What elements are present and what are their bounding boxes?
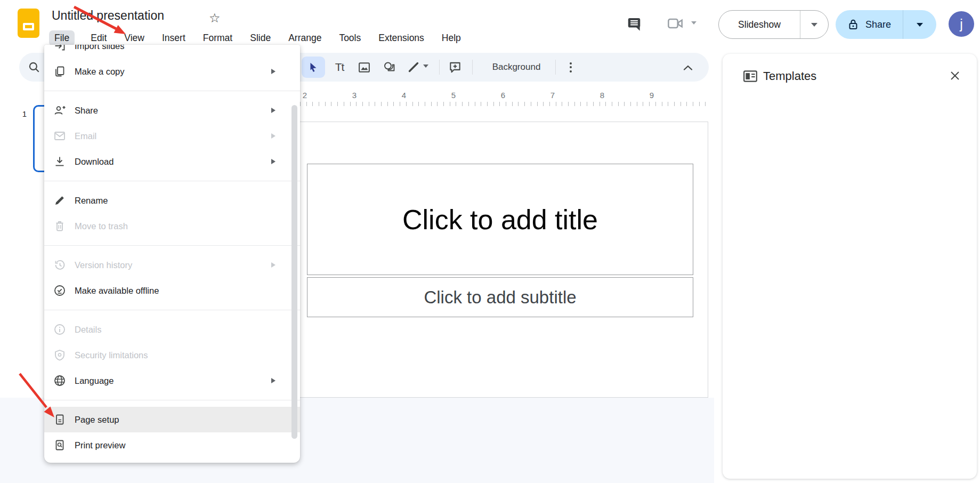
menu-file[interactable]: File: [49, 30, 75, 46]
person-add-icon: [53, 104, 66, 117]
print-preview-icon: [53, 439, 66, 452]
menu-help[interactable]: Help: [440, 30, 463, 46]
insert-line-button[interactable]: [406, 60, 421, 75]
menu-item-version-history[interactable]: Version history: [44, 252, 300, 278]
image-icon: [358, 61, 371, 74]
line-caret-icon[interactable]: [423, 65, 428, 68]
textbox-tool-button[interactable]: Tt: [330, 60, 349, 75]
close-icon[interactable]: [948, 69, 962, 83]
chevron-up-icon: [682, 63, 694, 72]
menu-edit[interactable]: Edit: [89, 30, 108, 46]
submenu-arrow-icon: [271, 69, 276, 74]
select-tool-button[interactable]: [302, 57, 325, 78]
meet-caret-icon[interactable]: [691, 21, 696, 25]
toolbar-separator: [472, 60, 473, 75]
menu-item-page-setup[interactable]: Page setup: [44, 407, 300, 432]
menu-slide[interactable]: Slide: [248, 30, 272, 46]
subtitle-placeholder[interactable]: Click to add subtitle: [307, 277, 693, 317]
menu-item-security-limitations[interactable]: Security limitations: [44, 342, 300, 368]
menu-scrollbar[interactable]: [291, 105, 297, 439]
menu-item-import-slides[interactable]: Import slides: [44, 45, 300, 59]
pencil-icon: [53, 194, 66, 207]
menu-separator: [44, 400, 300, 400]
submenu-arrow-icon: [271, 378, 276, 383]
menu-separator: [44, 245, 300, 246]
insert-image-button[interactable]: [356, 60, 372, 74]
comment-add-icon: [448, 60, 462, 74]
more-options-icon: [570, 62, 572, 73]
lock-icon: [847, 18, 859, 31]
slide-thumbnail-number: 1: [16, 109, 27, 118]
add-comment-button[interactable]: [447, 60, 464, 75]
menu-item-make-a-copy[interactable]: Make a copy: [44, 59, 300, 84]
slideshow-button[interactable]: Slideshow: [719, 19, 800, 30]
menu-separator: [44, 91, 300, 91]
menu-item-print-preview[interactable]: Print preview: [44, 432, 300, 458]
avatar[interactable]: j: [949, 11, 974, 37]
star-icon[interactable]: ☆: [209, 11, 221, 26]
templates-panel-title: Templates: [763, 69, 816, 83]
email-icon: [53, 130, 66, 142]
menu-separator: [44, 310, 300, 310]
background-button[interactable]: Background: [484, 53, 549, 82]
menu-item-email[interactable]: Email: [44, 123, 300, 149]
share-button[interactable]: Share: [865, 19, 891, 30]
menu-extensions[interactable]: Extensions: [377, 30, 426, 46]
menu-separator: [44, 181, 300, 181]
title-placeholder[interactable]: Click to add title: [307, 164, 693, 275]
ruler-number: 6: [498, 91, 508, 100]
slideshow-dropdown-button[interactable]: [800, 11, 828, 38]
meet-video-icon[interactable]: [666, 15, 684, 32]
menu-arrange[interactable]: Arrange: [287, 30, 323, 46]
templates-panel: Templates: [723, 54, 977, 479]
submenu-arrow-icon: [271, 133, 276, 139]
line-icon: [407, 61, 420, 74]
download-icon: [53, 155, 66, 168]
menu-item-make-available-offline[interactable]: Make available offline: [44, 278, 300, 303]
import-slides-icon: [53, 45, 66, 52]
share-dropdown-button[interactable]: [903, 23, 936, 27]
templates-icon: [743, 69, 758, 83]
menu-format[interactable]: Format: [201, 30, 234, 46]
ruler-number: 2: [299, 91, 310, 100]
menu-view[interactable]: View: [123, 30, 146, 46]
document-title[interactable]: Untitled presentation: [52, 9, 164, 23]
slideshow-button-group: Slideshow: [718, 10, 829, 39]
cursor-icon: [307, 61, 319, 73]
shield-icon: [53, 349, 66, 361]
trash-icon: [53, 220, 66, 232]
comments-icon[interactable]: [625, 14, 644, 33]
submenu-arrow-icon: [271, 159, 276, 164]
menu-item-share[interactable]: Share: [44, 98, 300, 123]
ruler-number: 5: [448, 91, 459, 100]
offline-check-icon: [53, 284, 66, 297]
menu-item-rename[interactable]: Rename: [44, 188, 300, 213]
menu-insert[interactable]: Insert: [160, 30, 187, 46]
ruler: [300, 102, 709, 106]
menu-item-download[interactable]: Download: [44, 149, 300, 174]
menu-item-move-to-trash[interactable]: Move to trash: [44, 213, 300, 239]
info-icon: [53, 323, 66, 336]
slide-canvas[interactable]: Click to add title Click to add subtitle: [288, 122, 708, 398]
page-setup-icon: [53, 413, 66, 426]
shape-icon: [383, 61, 396, 74]
menubar: File Edit View Insert Format Slide Arran…: [49, 29, 463, 46]
globe-icon: [53, 374, 66, 387]
toolbar-separator: [555, 60, 556, 75]
toolbar-separator: [439, 60, 440, 75]
submenu-arrow-icon: [271, 262, 276, 268]
file-menu-dropdown: Import slides Make a copy Share: [44, 45, 300, 463]
google-slides-app: Untitled presentation ☆ File Edit View I…: [0, 0, 980, 483]
insert-shape-button[interactable]: [382, 60, 398, 75]
menu-tools[interactable]: Tools: [337, 30, 362, 46]
toolbar-overflow-button[interactable]: [564, 60, 578, 75]
collapse-toolbar-button[interactable]: [680, 62, 696, 74]
ruler-number: 7: [547, 91, 558, 100]
search-icon[interactable]: [27, 60, 42, 75]
menu-item-language[interactable]: Language: [44, 368, 300, 393]
ruler-number: 8: [597, 91, 608, 100]
slides-logo-icon[interactable]: [18, 9, 39, 38]
ruler-number: 3: [349, 91, 360, 100]
submenu-arrow-icon: [271, 108, 276, 113]
menu-item-details[interactable]: Details: [44, 317, 300, 342]
